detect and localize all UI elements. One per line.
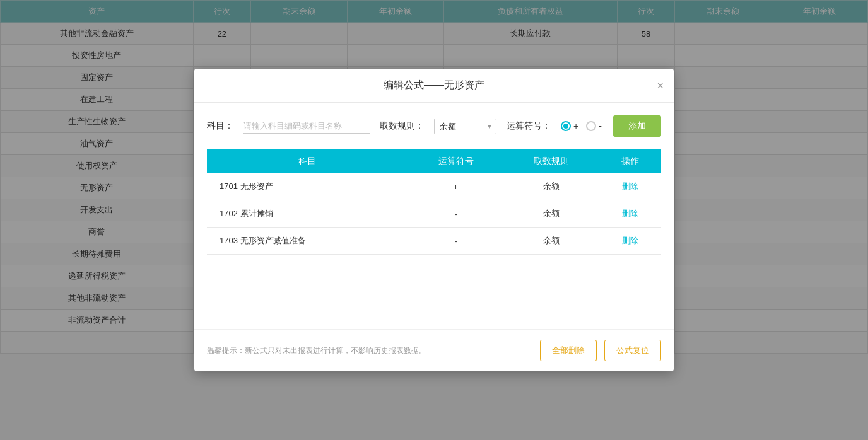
th-operator: 运算符号 (408, 149, 503, 173)
formula-table-body: 1701 无形资产+余额删除1702 累计摊销-余额删除1703 无形资产减值准… (207, 173, 661, 255)
cell-operator: - (408, 200, 503, 228)
cell-action: 删除 (599, 228, 661, 255)
radio-minus-circle (586, 121, 596, 131)
th-subject: 科目 (207, 149, 408, 173)
modal-overlay: 编辑公式——无形资产 × 科目： 取数规则： 余额 借方 贷方 借方发生额 贷方… (0, 0, 868, 440)
formula-table-header: 科目 运算符号 取数规则 操作 (207, 149, 661, 173)
delete-row-button[interactable]: 删除 (622, 181, 638, 192)
edit-formula-modal: 编辑公式——无形资产 × 科目： 取数规则： 余额 借方 贷方 借方发生额 贷方… (194, 69, 674, 371)
cell-operator: - (408, 228, 503, 255)
th-action: 操作 (599, 149, 661, 173)
modal-footer: 温馨提示：新公式只对未出报表进行计算，不影响历史报表数据。 全部删除 公式复位 (194, 329, 674, 371)
radio-minus-label: - (599, 121, 602, 131)
cell-subject: 1701 无形资产 (207, 173, 408, 200)
cell-action: 删除 (599, 200, 661, 228)
operator-radio-group: + - (561, 121, 602, 131)
radio-plus-label: + (573, 121, 578, 131)
cell-subject: 1702 累计摊销 (207, 200, 408, 228)
table-row: 1701 无形资产+余额删除 (207, 173, 661, 200)
modal-header: 编辑公式——无形资产 × (194, 69, 674, 103)
cell-subject: 1703 无形资产减值准备 (207, 228, 408, 255)
radio-minus[interactable]: - (586, 121, 602, 131)
formula-table: 科目 运算符号 取数规则 操作 1701 无形资产+余额删除1702 累计摊销-… (207, 149, 661, 255)
cell-fetch-rule: 余额 (503, 228, 599, 255)
subject-label: 科目： (207, 120, 233, 132)
th-fetch-rule: 取数规则 (503, 149, 599, 173)
subject-input[interactable] (243, 119, 370, 134)
delete-all-button[interactable]: 全部删除 (540, 340, 597, 361)
operator-label: 运算符号： (507, 120, 551, 132)
radio-plus-circle (561, 121, 571, 131)
cell-fetch-rule: 余额 (503, 200, 599, 228)
radio-plus[interactable]: + (561, 121, 578, 131)
delete-row-button[interactable]: 删除 (622, 208, 638, 219)
cell-action: 删除 (599, 173, 661, 200)
fetch-rule-select-wrap: 余额 借方 贷方 借方发生额 贷方发生额 (434, 119, 496, 134)
cell-operator: + (408, 173, 503, 200)
table-row: 1702 累计摊销-余额删除 (207, 200, 661, 228)
form-row: 科目： 取数规则： 余额 借方 贷方 借方发生额 贷方发生额 运算符号： (207, 115, 661, 137)
cell-fetch-rule: 余额 (503, 173, 599, 200)
fetch-rule-select[interactable]: 余额 借方 贷方 借方发生额 贷方发生额 (434, 119, 496, 134)
footer-tip: 温馨提示：新公式只对未出报表进行计算，不影响历史报表数据。 (207, 345, 426, 356)
modal-body: 科目： 取数规则： 余额 借方 贷方 借方发生额 贷方发生额 运算符号： (194, 103, 674, 329)
footer-buttons: 全部删除 公式复位 (540, 340, 661, 361)
delete-row-button[interactable]: 删除 (622, 235, 638, 246)
modal-close-button[interactable]: × (657, 80, 664, 91)
fetch-rule-label: 取数规则： (380, 120, 424, 132)
add-button[interactable]: 添加 (613, 115, 661, 137)
modal-title: 编辑公式——无形资产 (384, 79, 484, 92)
reset-formula-button[interactable]: 公式复位 (604, 340, 661, 361)
table-row: 1703 无形资产减值准备-余额删除 (207, 228, 661, 255)
